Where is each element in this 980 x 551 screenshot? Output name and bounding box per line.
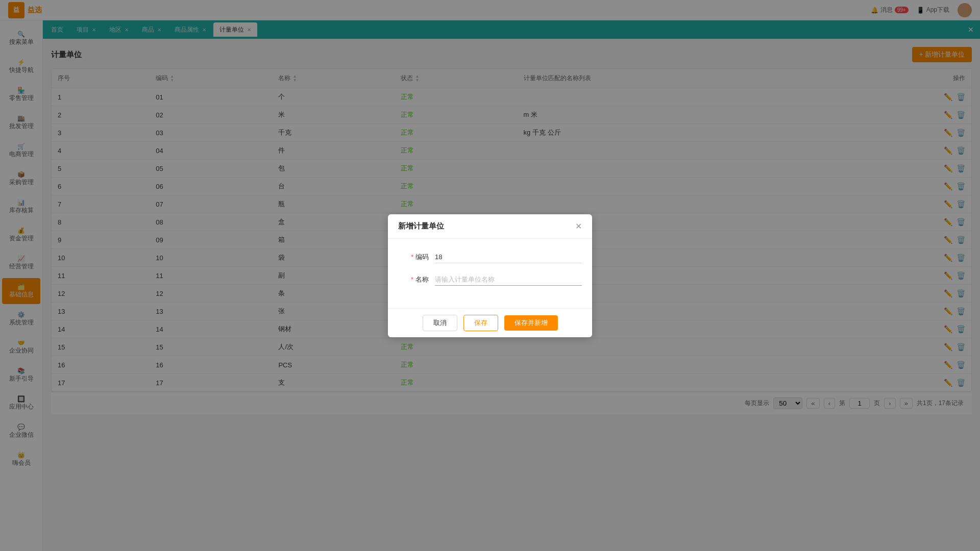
modal-body: *编码 *名称 [388, 239, 592, 308]
form-item-name: *名称 [398, 273, 582, 286]
code-input[interactable] [435, 251, 582, 263]
modal-overlay[interactable]: 新增计量单位 ✕ *编码 *名称 取消 保存 保存并新增 [0, 0, 980, 551]
code-label: *编码 [398, 253, 429, 262]
cancel-button[interactable]: 取消 [423, 315, 457, 331]
form-item-code: *编码 [398, 251, 582, 263]
name-input[interactable] [435, 273, 582, 286]
save-button[interactable]: 保存 [463, 315, 498, 331]
modal-title: 新增计量单位 [398, 221, 444, 231]
modal-footer: 取消 保存 保存并新增 [388, 308, 592, 337]
add-unit-modal: 新增计量单位 ✕ *编码 *名称 取消 保存 保存并新增 [388, 214, 592, 337]
required-star-name: * [411, 276, 413, 283]
name-label: *名称 [398, 275, 429, 284]
modal-header: 新增计量单位 ✕ [388, 214, 592, 239]
save-and-new-button[interactable]: 保存并新增 [504, 315, 558, 331]
required-star-code: * [411, 253, 413, 261]
modal-close-button[interactable]: ✕ [575, 221, 582, 231]
